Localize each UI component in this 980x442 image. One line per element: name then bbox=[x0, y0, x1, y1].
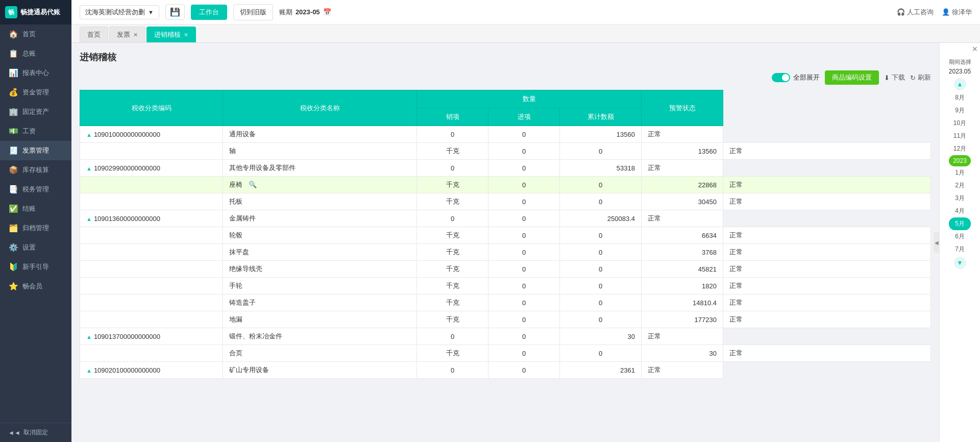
cell-purchase: 0 bbox=[560, 227, 642, 244]
user-menu[interactable]: 👤 徐泽华 bbox=[942, 8, 972, 17]
period-display: 账期 2023-05 📅 bbox=[279, 8, 331, 17]
th-tax-code: 税收分类编码 bbox=[80, 90, 223, 126]
toggle-track[interactable] bbox=[772, 73, 790, 82]
logo-icon: 畅 bbox=[5, 6, 17, 18]
cell-purchase: 0 bbox=[560, 278, 642, 294]
sidebar-item-guide[interactable]: 🔰 新手引导 bbox=[0, 257, 71, 277]
expand-icon[interactable]: ▲ bbox=[86, 367, 92, 374]
calendar-icon[interactable]: 📅 bbox=[323, 8, 331, 16]
month-item[interactable]: 11月 bbox=[949, 130, 971, 142]
table-row: ▲109010000000000000 通用设备 0 0 13560 正常 bbox=[80, 126, 931, 143]
archive-icon: 🗂️ bbox=[8, 224, 18, 233]
close-reconcile-tab[interactable]: ✕ bbox=[184, 32, 188, 38]
cell-name: 座椅 🔍 bbox=[223, 177, 417, 193]
cell-name: 地漏 bbox=[223, 311, 417, 328]
th-quantity-group: 数量 bbox=[417, 90, 642, 108]
cell-purchase: 0 bbox=[560, 143, 642, 160]
month-item[interactable]: 3月 bbox=[949, 192, 971, 205]
payroll-icon: 💵 bbox=[8, 127, 18, 136]
sidebar-item-close[interactable]: ✅ 结账 bbox=[0, 199, 71, 218]
chevron-down-icon: ▼ bbox=[148, 9, 154, 15]
sidebar-item-settings[interactable]: ⚙️ 设置 bbox=[0, 238, 71, 257]
cell-name: 通用设备 bbox=[223, 126, 417, 143]
data-table: 税收分类编码 税收分类名称 数量 预警状态 销项 进项 累计数额 ▲109010… bbox=[80, 90, 931, 379]
cancel-fixed-btn[interactable]: ◄◄ 取消固定 bbox=[0, 423, 71, 442]
product-code-settings-btn[interactable]: 商品编码设置 bbox=[825, 70, 879, 85]
sidebar-item-archive[interactable]: 🗂️ 归档管理 bbox=[0, 218, 71, 238]
scroll-down-btn[interactable]: ▼ bbox=[954, 257, 966, 269]
download-icon: ⬇ bbox=[884, 74, 890, 82]
month-item[interactable]: 7月 bbox=[949, 243, 971, 256]
company-selector[interactable]: 沈海英测试经营勿删 ▼ bbox=[80, 5, 159, 19]
cell-status: 正常 bbox=[723, 311, 931, 328]
cell-code bbox=[80, 261, 223, 278]
switch-version-btn[interactable]: 切到旧版 bbox=[233, 4, 273, 20]
expand-icon[interactable]: ▲ bbox=[86, 216, 92, 222]
month-item[interactable]: 1月 bbox=[949, 166, 971, 179]
table-row: 轮毂 千克 0 0 6634 正常 bbox=[80, 227, 931, 244]
sidebar-item-reports[interactable]: 📊 报表中心 bbox=[0, 63, 71, 83]
pin-icon: ◄◄ bbox=[8, 429, 20, 436]
cell-unit: 千克 bbox=[417, 278, 488, 294]
panel-close-btn[interactable]: ✕ bbox=[972, 45, 978, 53]
scroll-up-btn[interactable]: ▲ bbox=[954, 78, 966, 90]
sidebar-item-invoice[interactable]: 🧾 发票管理 bbox=[0, 141, 71, 160]
cell-name: 矿山专用设备 bbox=[223, 362, 417, 379]
tab-invoice[interactable]: 发票 ✕ bbox=[109, 27, 145, 42]
month-item[interactable]: 5月 bbox=[949, 217, 971, 230]
cell-total: 13560 bbox=[642, 143, 723, 160]
month-item[interactable]: 4月 bbox=[949, 205, 971, 217]
cell-sales: 0 bbox=[488, 261, 560, 278]
tab-home[interactable]: 首页 bbox=[80, 27, 108, 42]
cell-sales: 0 bbox=[488, 227, 560, 244]
cell-status: 正常 bbox=[723, 278, 931, 294]
cell-status: 正常 bbox=[642, 126, 723, 143]
cell-sales: 0 bbox=[488, 143, 560, 160]
cell-unit: 千克 bbox=[417, 345, 488, 362]
sidebar-item-inventory[interactable]: 📦 库存核算 bbox=[0, 160, 71, 180]
sidebar-item-home[interactable]: 🏠 首页 bbox=[0, 24, 71, 44]
workspace-btn[interactable]: 工作台 bbox=[191, 5, 227, 20]
th-sales: 销项 bbox=[417, 108, 488, 126]
cell-status: 正常 bbox=[723, 193, 931, 210]
close-invoice-tab[interactable]: ✕ bbox=[133, 32, 138, 38]
table-row: ▲109013700000000000 锻件、粉末冶金件 0 0 30 正常 bbox=[80, 328, 931, 345]
assets-icon: 🏢 bbox=[8, 107, 18, 116]
cell-sales: 0 bbox=[417, 362, 488, 379]
sidebar-item-tax[interactable]: 📑 税务管理 bbox=[0, 180, 71, 199]
month-item[interactable]: 8月 bbox=[949, 91, 971, 104]
sidebar-item-member[interactable]: ⭐ 畅会员 bbox=[0, 277, 71, 296]
expand-all-toggle[interactable]: 全部展开 bbox=[772, 73, 820, 82]
cell-status: 正常 bbox=[723, 227, 931, 244]
cell-code bbox=[80, 244, 223, 261]
refresh-btn[interactable]: ↻ 刷新 bbox=[910, 73, 931, 82]
sidebar-item-assets[interactable]: 🏢 固定资产 bbox=[0, 102, 71, 121]
expand-icon[interactable]: ▲ bbox=[86, 132, 92, 138]
cell-purchase: 0 bbox=[560, 193, 642, 210]
month-item[interactable]: 12月 bbox=[949, 142, 971, 155]
cell-sales: 0 bbox=[417, 328, 488, 345]
sidebar-item-funds[interactable]: 💰 资金管理 bbox=[0, 83, 71, 102]
sidebar-item-payroll[interactable]: 💵 工资 bbox=[0, 121, 71, 141]
tab-bar: 首页 发票 ✕ 进销稽核 ✕ bbox=[71, 24, 980, 43]
sidebar-item-ledger[interactable]: 📋 总账 bbox=[0, 44, 71, 63]
month-item[interactable]: 10月 bbox=[949, 117, 971, 130]
month-item[interactable]: 2月 bbox=[949, 179, 971, 192]
service-btn[interactable]: 🎧 人工咨询 bbox=[897, 8, 934, 17]
year-marker[interactable]: 2023 bbox=[949, 155, 971, 166]
expand-icon[interactable]: ▲ bbox=[86, 334, 92, 340]
cell-status: 正常 bbox=[642, 362, 723, 379]
save-draft-btn[interactable]: 💾 bbox=[165, 4, 185, 20]
cell-purchase: 0 bbox=[488, 160, 560, 177]
cell-total: 53318 bbox=[560, 160, 642, 177]
tab-reconcile[interactable]: 进销稽核 ✕ bbox=[146, 27, 196, 42]
search-icon[interactable]: 🔍 bbox=[249, 181, 257, 188]
cell-purchase: 0 bbox=[488, 362, 560, 379]
cell-code: ▲109029900000000000 bbox=[80, 160, 223, 177]
month-item[interactable]: 6月 bbox=[949, 230, 971, 243]
download-btn[interactable]: ⬇ 下载 bbox=[884, 73, 905, 82]
month-item[interactable]: 9月 bbox=[949, 104, 971, 117]
expand-icon[interactable]: ▲ bbox=[86, 165, 92, 171]
panel-toggle-btn[interactable]: ◀ bbox=[934, 232, 940, 253]
cell-purchase: 0 bbox=[488, 210, 560, 227]
